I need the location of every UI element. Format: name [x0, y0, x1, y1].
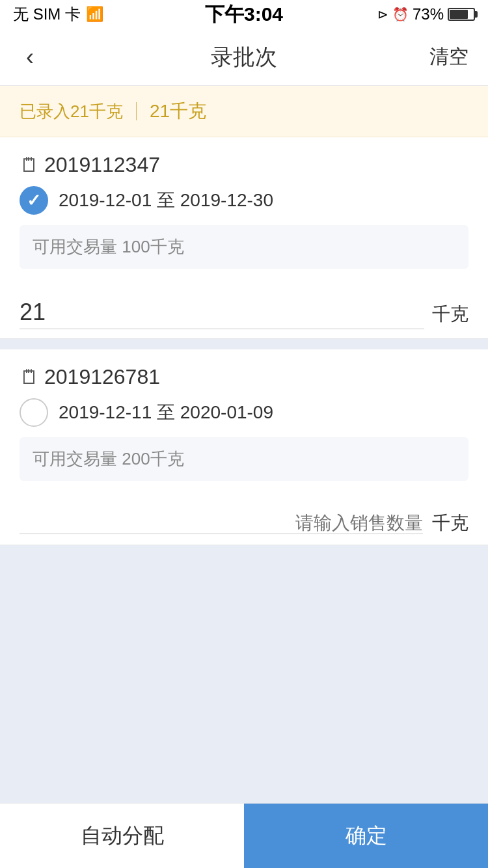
- batch-item-2: 🗒 2019126781 2019-12-11 至 2020-01-09 可用交…: [0, 349, 488, 545]
- section-divider: [0, 339, 488, 349]
- batch-date-1: 2019-12-01 至 2019-12-30: [59, 188, 273, 213]
- batch-date-2: 2019-12-11 至 2020-01-09: [59, 400, 273, 425]
- status-time: 下午3:04: [205, 1, 283, 28]
- quantity-underline-1: 21: [20, 299, 424, 329]
- input-row-2: 千克: [0, 502, 488, 545]
- avail-text-2: 可用交易量 200千克: [33, 449, 184, 468]
- batch-item-1: 🗒 2019112347 2019-12-01 至 2019-12-30 可用交…: [0, 137, 488, 339]
- avail-text-1: 可用交易量 100千克: [33, 237, 184, 256]
- confirm-button[interactable]: 确定: [244, 804, 488, 868]
- batch-date-row-2[interactable]: 2019-12-11 至 2020-01-09: [20, 398, 468, 427]
- wifi-icon: 📶: [86, 6, 103, 23]
- quantity-value-1: 21: [20, 299, 46, 325]
- batch-id-row-2: 🗒 2019126781: [20, 365, 468, 389]
- batch-avail-1: 可用交易量 100千克: [20, 225, 468, 269]
- batch-avail-2: 可用交易量 200千克: [20, 437, 468, 481]
- clear-button[interactable]: 清空: [429, 44, 468, 70]
- page-title: 录批次: [211, 42, 277, 72]
- quantity-unit-1: 千克: [432, 302, 468, 327]
- batch-id-row-1: 🗒 2019112347: [20, 153, 468, 177]
- alarm-icon: ⏰: [392, 7, 409, 22]
- battery-icon: [448, 8, 475, 21]
- input-underline-2: [20, 513, 423, 534]
- quantity-row-1: 21 千克: [0, 290, 488, 339]
- bottom-spacer: [0, 545, 488, 832]
- batch-date-row-1[interactable]: 2019-12-01 至 2019-12-30: [20, 186, 468, 215]
- batch-id-1: 2019112347: [44, 153, 160, 177]
- battery-percent: 73%: [413, 5, 444, 23]
- status-left: 无 SIM 卡 📶: [13, 4, 103, 25]
- batch-icon-1: 🗒: [20, 154, 39, 176]
- info-value: 21千克: [150, 99, 206, 124]
- quantity-input-2[interactable]: [20, 513, 423, 534]
- batch-id-2: 2019126781: [44, 365, 160, 389]
- quantity-unit-2: 千克: [432, 511, 468, 536]
- batch-icon-2: 🗒: [20, 366, 39, 388]
- radio-2[interactable]: [20, 398, 48, 427]
- status-bar: 无 SIM 卡 📶 下午3:04 ⊳ ⏰ 73%: [0, 0, 488, 29]
- auto-distribute-button[interactable]: 自动分配: [0, 804, 244, 868]
- info-label: 已录入21千克: [20, 100, 123, 123]
- status-right: ⊳ ⏰ 73%: [377, 5, 475, 23]
- info-banner: 已录入21千克 21千克: [0, 86, 488, 137]
- nav-bar: ‹ 录批次 清空: [0, 29, 488, 86]
- back-button[interactable]: ‹: [20, 37, 40, 77]
- info-divider: [136, 102, 137, 120]
- location-icon: ⊳: [377, 7, 388, 22]
- carrier-text: 无 SIM 卡: [13, 4, 81, 25]
- radio-1[interactable]: [20, 186, 48, 215]
- bottom-bar: 自动分配 确定: [0, 803, 488, 868]
